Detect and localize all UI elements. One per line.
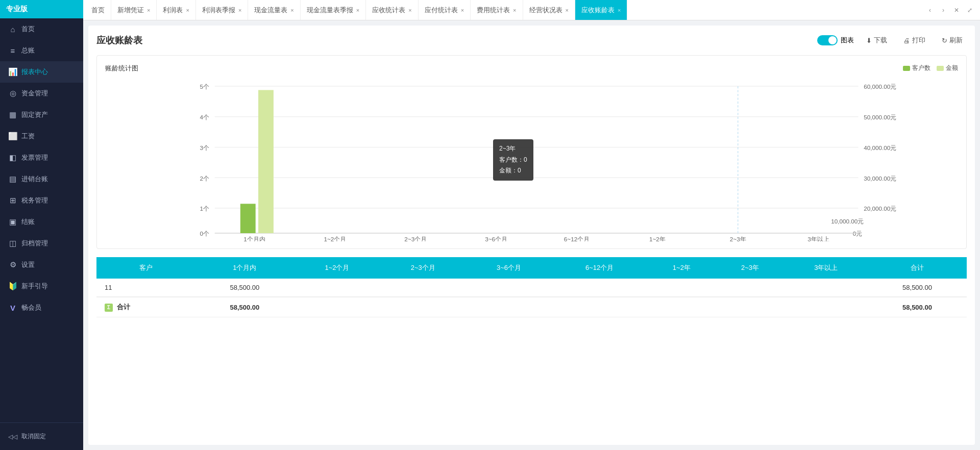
fund-icon: ◎	[8, 89, 17, 98]
svg-text:2~3年: 2~3年	[730, 236, 746, 241]
sidebar-item-inventory[interactable]: ▤ 进销台账	[0, 168, 83, 190]
col-2-3y: 2~3年	[716, 257, 784, 279]
closing-icon: ▣	[8, 217, 17, 227]
app-logo: 专业版	[0, 0, 83, 18]
sidebar-item-salary[interactable]: ⬜ 工资	[0, 126, 83, 147]
table-row: 11 58,500.00 58,500.00	[96, 279, 967, 297]
tab-expense-stat-close[interactable]: ×	[513, 7, 516, 13]
sidebar-item-asset[interactable]: ▦ 固定资产	[0, 104, 83, 126]
page-header: 应收账龄表 图表 ⬇ 下载 🖨 打印 ↻ 刷新	[96, 34, 967, 47]
col-6-12mo: 6~12个月	[552, 257, 647, 279]
tab-scroll-right[interactable]: ›	[937, 4, 949, 16]
chart-title: 账龄统计图	[105, 64, 958, 73]
tab-home-label: 首页	[91, 6, 105, 15]
home-icon: ⌂	[8, 25, 17, 34]
tab-home[interactable]: 首页	[85, 0, 111, 20]
sidebar-bottom: ◁◁ 取消固定	[0, 422, 83, 450]
legend-customer-label: 客户数	[912, 64, 930, 72]
tab-operation[interactable]: 经营状况表 ×	[523, 0, 575, 20]
sidebar-item-tax[interactable]: ⊞ 税务管理	[0, 190, 83, 211]
asset-icon: ▦	[8, 110, 17, 119]
sidebar-item-label: 设置	[21, 260, 35, 269]
tab-aging-label: 应收账龄表	[581, 6, 615, 15]
svg-text:3个: 3个	[200, 144, 210, 151]
download-button[interactable]: ⬇ 下载	[862, 34, 891, 47]
settings-icon: ⚙	[8, 260, 17, 269]
print-icon: 🖨	[903, 37, 910, 44]
refresh-label: 刷新	[949, 36, 963, 45]
chart-svg: 5个 4个 3个 2个 1个 0个 60,000.00元 50,000.00元 …	[105, 78, 958, 241]
svg-text:50,000.00元: 50,000.00元	[864, 114, 896, 120]
legend-amount-color	[937, 66, 944, 71]
total-2-3mo	[380, 297, 466, 317]
tab-cashflow-close[interactable]: ×	[290, 7, 293, 13]
ledger-icon: ≡	[8, 46, 17, 55]
tab-voucher-label: 新增凭证	[117, 6, 144, 15]
tab-expense-stat[interactable]: 费用统计表 ×	[471, 0, 523, 20]
svg-text:1个月内: 1个月内	[243, 236, 265, 241]
print-button[interactable]: 🖨 打印	[899, 34, 929, 47]
chart-toggle[interactable]	[817, 35, 838, 45]
tab-profit-quarter-label: 利润表季报	[202, 6, 235, 15]
total-1-2mo	[294, 297, 380, 317]
tab-scroll-left[interactable]: ‹	[924, 4, 936, 16]
bar-1mo-customer	[240, 204, 256, 233]
tab-profit[interactable]: 利润表 ×	[157, 0, 195, 20]
tax-icon: ⊞	[8, 196, 17, 205]
row-1mo: 58,500.00	[195, 279, 294, 297]
sidebar-item-label: 固定资产	[21, 110, 48, 119]
chart-toggle-wrap: 图表	[817, 35, 854, 45]
sidebar-item-label: 发票管理	[21, 153, 48, 162]
sidebar-item-label: 结账	[21, 217, 35, 227]
tab-profit-label: 利润表	[163, 6, 183, 15]
tab-profit-close[interactable]: ×	[186, 7, 189, 13]
tab-payable-stat[interactable]: 应付统计表 ×	[419, 0, 471, 20]
sidebar-item-archive[interactable]: ◫ 归档管理	[0, 233, 83, 254]
header-actions: 图表 ⬇ 下载 🖨 打印 ↻ 刷新	[817, 34, 967, 47]
sidebar-item-invoice[interactable]: ◧ 发票管理	[0, 147, 83, 168]
sidebar-item-fund[interactable]: ◎ 资金管理	[0, 83, 83, 104]
total-3-6mo	[466, 297, 552, 317]
col-3-6mo: 3~6个月	[466, 257, 552, 279]
sidebar-item-home[interactable]: ⌂ 首页	[0, 18, 83, 40]
tab-profit-quarter[interactable]: 利润表季报 ×	[196, 0, 248, 20]
sidebar-item-settings[interactable]: ⚙ 设置	[0, 254, 83, 276]
total-3y-plus	[785, 297, 868, 317]
tab-maximize[interactable]: ⤢	[964, 4, 976, 16]
table-header-row: 客户 1个月内 1~2个月 2~3个月 3~6个月 6~12个月 1~2年 2~…	[96, 257, 967, 279]
tab-close-all[interactable]: ✕	[950, 4, 963, 16]
sidebar-item-report[interactable]: 📊 报表中心	[0, 61, 83, 83]
row-total: 58,500.00	[868, 279, 967, 297]
tab-voucher-close[interactable]: ×	[147, 7, 150, 13]
tab-operation-close[interactable]: ×	[566, 7, 569, 13]
tab-aging-close[interactable]: ×	[618, 7, 621, 13]
tab-payable-stat-close[interactable]: ×	[461, 7, 464, 13]
tab-cashflow-quarter[interactable]: 现金流量表季报 ×	[301, 0, 366, 20]
unpin-button[interactable]: ◁◁ 取消固定	[0, 428, 83, 445]
tab-cashflow-quarter-close[interactable]: ×	[356, 7, 359, 13]
row-2-3mo	[380, 279, 466, 297]
guide-icon: 🔰	[8, 282, 17, 291]
tab-cashflow[interactable]: 现金流量表 ×	[248, 0, 300, 20]
sidebar-item-closing[interactable]: ▣ 结账	[0, 211, 83, 233]
col-1-2y: 1~2年	[647, 257, 716, 279]
sidebar-item-label: 总账	[21, 46, 35, 55]
print-label: 打印	[912, 36, 925, 45]
sidebar-item-vip[interactable]: V 畅会员	[0, 297, 83, 318]
sidebar-item-ledger[interactable]: ≡ 总账	[0, 40, 83, 61]
invoice-icon: ◧	[8, 153, 17, 162]
archive-icon: ◫	[8, 239, 17, 248]
vip-icon: V	[8, 304, 17, 312]
sidebar-item-guide[interactable]: 🔰 新手引导	[0, 276, 83, 297]
tab-receivable-stat-close[interactable]: ×	[408, 7, 411, 13]
row-1-2y	[647, 279, 716, 297]
row-3y-plus	[785, 279, 868, 297]
refresh-button[interactable]: ↻ 刷新	[938, 34, 967, 47]
svg-text:1个: 1个	[200, 205, 210, 212]
svg-text:40,000.00元: 40,000.00元	[864, 144, 896, 151]
tab-voucher[interactable]: 新增凭证 ×	[111, 0, 157, 20]
sidebar: 专业版 ⌂ 首页 ≡ 总账 📊 报表中心 ◎ 资金管理 ▦ 固定资产 ⬜ 工资 …	[0, 0, 83, 450]
tab-receivable-stat[interactable]: 应收统计表 ×	[366, 0, 418, 20]
tab-aging[interactable]: 应收账龄表 ×	[575, 0, 627, 20]
tab-profit-quarter-close[interactable]: ×	[238, 7, 241, 13]
